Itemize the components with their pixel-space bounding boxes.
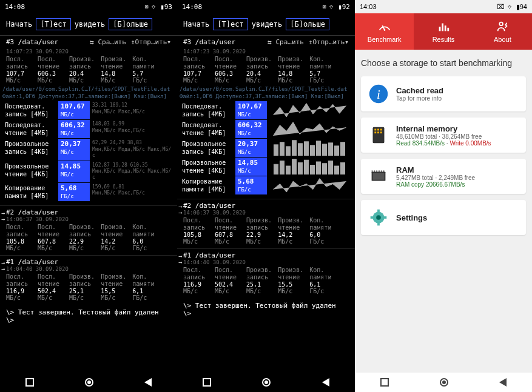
metric-row: Произвольноезапись [4КБ] 20,37МБ/с62,29 … — [2, 139, 175, 160]
cmd-output: \> Тест завершен. Тестовый файл удален — [6, 308, 171, 316]
svg-rect-36 — [374, 131, 376, 133]
history-run[interactable]: → → #1 /data/user 14:04:40 30.09.2020Пос… — [0, 255, 177, 305]
svg-rect-3 — [292, 141, 297, 156]
nav-back-icon[interactable] — [322, 378, 329, 387]
battery-icon: ▮92 — [338, 3, 350, 11]
nav-home-icon[interactable] — [440, 378, 448, 387]
tab-about[interactable]: About — [473, 13, 532, 50]
nav-recent-icon[interactable] — [380, 378, 389, 387]
metric-chart — [267, 158, 352, 174]
svg-rect-34 — [377, 129, 379, 131]
metric-chart — [267, 120, 352, 137]
svg-rect-21 — [329, 161, 333, 174]
test-button[interactable]: [Т]ест — [213, 18, 247, 30]
history-run[interactable]: → → #1 /data/user 14:04:40 30.09.2020Пос… — [177, 248, 355, 298]
svg-rect-33 — [374, 129, 376, 131]
metric-chart — [267, 101, 352, 118]
svg-rect-35 — [380, 129, 382, 131]
stats-col: Произв.запись20,4МБ/с — [246, 56, 272, 84]
tab-benchmark[interactable]: Benchmark — [355, 13, 414, 50]
history-date: 14:06:37 30.09.2020 — [183, 210, 349, 216]
nav-home-icon[interactable] — [85, 378, 93, 387]
more-button[interactable]: [Б]ольше — [109, 18, 152, 30]
compare-button[interactable]: ⇆ Сра…ить — [90, 38, 126, 46]
svg-rect-5 — [305, 142, 309, 156]
svg-rect-51 — [371, 216, 374, 219]
nav-back-icon[interactable] — [499, 378, 507, 387]
metric-label: Последоват.запись [4МБ] — [180, 101, 235, 119]
stats-col: Коп.памяти5,7ГБ/с — [132, 56, 158, 84]
screenshot-icon: ⌧ — [145, 3, 149, 11]
svg-rect-13 — [280, 161, 285, 174]
stats-col: Посл.запись116,9МБ/с — [183, 267, 209, 294]
metric-row: Произвольноечтение [4КБ] 14,85МБ/с162,87… — [2, 161, 175, 182]
info-icon: i — [367, 82, 390, 105]
svg-rect-46 — [383, 171, 385, 172]
top-bar: Начать [Т]ест увидеть [Б]ольше — [177, 13, 355, 35]
svg-point-29 — [500, 22, 503, 26]
current-run-header: #3 /data/user ⇆ Сра…ить ↥Отпр…ить▾ — [0, 35, 177, 48]
status-bar: 14:08 ⌧ ᯤ ▮92 — [177, 0, 355, 13]
more-button[interactable]: [Б]ольше — [286, 18, 329, 30]
svg-rect-2 — [286, 147, 291, 156]
svg-rect-16 — [298, 163, 303, 175]
stats-col: Произв.чтение14,2МБ/с — [101, 224, 126, 251]
card-internal-memory[interactable]: Internal memory 48,610MB total · 38,264M… — [361, 118, 526, 153]
status-icons: ⌧ ᯤ ▮92 — [323, 3, 351, 11]
card-settings[interactable]: Settings — [361, 200, 526, 235]
file-params: Файл:1,0Гб Доступно:37,3Г…записи:[Выкл] … — [180, 93, 352, 101]
svg-rect-41 — [372, 171, 373, 172]
svg-rect-23 — [341, 163, 345, 175]
nav-bar — [355, 373, 532, 392]
stats-col: Произв.чтение14,2МБ/с — [278, 217, 303, 245]
metric-row: Последоват.чтение [4МБ] 606,32МБ/с — [180, 120, 352, 138]
tab-label: Benchmark — [368, 36, 402, 43]
card-ram[interactable]: RAM 5,427MB total · 2,249MB free RAM cop… — [361, 159, 526, 194]
storage-chip-icon — [367, 124, 390, 147]
card-sub: 48,610MB total · 38,264MB free — [396, 133, 520, 140]
history-run[interactable]: → → #2 /data/user 14:06:37 30.09.2020Пос… — [0, 205, 177, 255]
send-button[interactable]: ↥Отпр…ить▾ — [309, 38, 349, 46]
svg-rect-37 — [377, 131, 379, 133]
svg-rect-22 — [335, 166, 339, 174]
command-line: \> Тест завершен. Тестовый файл удален \… — [177, 298, 355, 321]
history-title: #1 /data/user — [183, 251, 349, 259]
metric-extra: 33,31 189,12Мин,МБ/с Макс,МБ/с — [90, 101, 175, 119]
metric-extra: 162,87 19,28 610,35Мин,КБ/с Мода,МБ/с Ма… — [90, 161, 175, 182]
metric-label: Произвольноечтение [4КБ] — [180, 158, 235, 176]
stats-col: Произв.запись20,4МБ/с — [69, 56, 95, 84]
tab-results[interactable]: Results — [414, 13, 473, 50]
test-button[interactable]: [Т]ест — [36, 18, 70, 30]
metric-value: 606,32МБ/с — [235, 120, 267, 138]
nav-home-icon[interactable] — [262, 378, 271, 387]
svg-rect-40 — [373, 173, 385, 179]
phone-1: 14:08 ⌧ ᯤ ▮93 Начать [Т]ест увидеть [Б]о… — [0, 0, 177, 392]
nav-back-icon[interactable] — [144, 378, 152, 387]
history-run[interactable]: → → #2 /data/user 14:06:37 30.09.2020Пос… — [177, 199, 355, 248]
metric-extra: 159,69 6,81Мин,МБ/с Макс,ГБ/с — [90, 183, 175, 201]
svg-rect-4 — [298, 144, 303, 156]
uvidet-label: увидеть — [75, 20, 106, 28]
card-title: RAM — [396, 165, 520, 174]
metric-value: 14,85МБ/с — [235, 158, 267, 176]
card-cached-read[interactable]: i Cached read Tap for more info — [361, 76, 526, 111]
svg-point-48 — [376, 215, 381, 220]
main-content: Choose a storage to start benchmarking i… — [355, 50, 532, 250]
cmd-prompt: \> — [183, 310, 349, 317]
stats-col: Посл.запись107,7МБ/с — [183, 56, 209, 84]
metric-label: Последоват.запись [4МБ] — [2, 101, 58, 119]
send-button[interactable]: ↥Отпр…ить▾ — [131, 38, 171, 46]
nav-recent-icon[interactable] — [25, 378, 34, 387]
battery-icon: ▮93 — [160, 3, 172, 11]
svg-rect-43 — [376, 171, 377, 172]
metric-label: Копированиепамяти [4МБ] — [180, 176, 235, 194]
wifi-icon: ᯤ — [507, 3, 514, 10]
svg-rect-14 — [286, 166, 291, 174]
metric-extra: 62,29 24,29 38,83Мин,КБ/с Мода,МБ/с Макс… — [90, 139, 175, 160]
card-sub: Tap for more info — [396, 95, 520, 102]
nav-recent-icon[interactable] — [203, 378, 211, 387]
stats-table: Посл.запись107,7МБ/сПосл.чтение606,3МБ/с… — [0, 55, 177, 85]
compare-button[interactable]: ⇆ Сра…ить — [268, 38, 304, 46]
metric-value: 14,85МБ/с — [58, 161, 90, 182]
stats-col: Коп.памяти6,1ГБ/с — [132, 273, 158, 301]
